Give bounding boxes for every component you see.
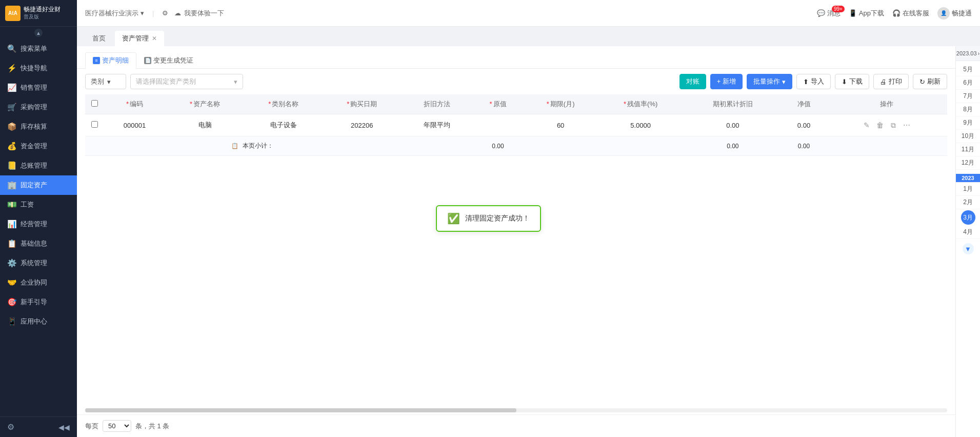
tab-home-label: 首页 [92,34,106,43]
gear-icon[interactable]: ⚙ [162,9,168,17]
tab-close-icon[interactable]: ✕ [152,35,157,42]
cloud-icon: ☁ [174,9,181,17]
row-depreciation: 年限平均 [401,114,472,136]
import-button[interactable]: ⬆ 导入 [796,74,831,89]
calendar-month-12[interactable]: 12月 [956,156,980,170]
batch-ops-button[interactable]: 批量操作 ▾ [747,74,792,89]
app-download-btn[interactable]: 📱 App下载 [849,9,884,18]
download-button[interactable]: ⬇ 下载 [835,74,869,89]
col-initial-accumulated: 期初累计折旧 [684,94,782,114]
calendar-scroll-down[interactable]: ▼ [956,241,980,256]
col-original-value: *原值 [472,94,524,114]
sub-tab-change-voucher-label: 变更生成凭证 [153,56,193,65]
table-scroll-bar[interactable] [77,406,955,414]
sidebar-item-enterprise[interactable]: 🤝 企业协同 [0,273,77,292]
guide-icon: 🎯 [7,297,16,307]
calendar-month-1[interactable]: 1月 [956,183,980,196]
reconcile-button[interactable]: 对账 [679,74,706,89]
sidebar-item-guide[interactable]: 🎯 新手引导 [0,292,77,312]
tab-asset-management[interactable]: 资产管理 ✕ [115,31,164,46]
print-button[interactable]: 🖨 打印 [873,74,909,89]
calendar-month-9[interactable]: 9月 [956,116,980,130]
calendar-month-8[interactable]: 8月 [956,103,980,116]
import-icon: ⬆ [803,78,809,86]
username: 畅捷通 [952,9,972,18]
row-checkbox[interactable] [85,114,104,136]
logo-text: 畅捷通好业财 [24,6,61,13]
sidebar-item-app-center[interactable]: 📱 应用中心 [0,312,77,331]
app-center-icon: 📱 [7,317,16,326]
sidebar-item-label: 资金管理 [21,142,47,151]
user-menu[interactable]: 👤 畅捷通 [937,7,972,19]
sidebar-item-label: 应用中心 [21,317,47,326]
company-selector[interactable]: 医疗器械行业演示 ▾ [85,9,144,18]
edit-icon[interactable]: ✎ [861,120,872,131]
sales-icon: 📈 [7,83,16,92]
row-select-checkbox[interactable] [91,121,98,128]
sidebar-scroll-up[interactable]: ▲ [34,29,43,37]
calendar-month-2[interactable]: 2月 [956,196,980,209]
sidebar-item-label: 新手引导 [21,297,47,307]
more-icon[interactable]: ⋯ [901,120,912,131]
tab-home[interactable]: 首页 [85,31,113,46]
chevron-icon[interactable]: › [978,50,980,56]
sidebar-item-system[interactable]: ⚙️ 系统管理 [0,253,77,273]
sidebar-item-search[interactable]: 🔍 搜索菜单 [0,39,77,58]
category-input[interactable]: 请选择固定资产类别 ▾ [130,74,243,89]
sidebar: AtA 畅捷通好业财 普及版 ▲ 🔍 搜索菜单 ⚡ 快捷导航 📈 销售管理 🛒 … [0,0,77,437]
calendar-body: 5月 6月 7月 8月 9月 10月 11月 12月 2023 1月 2月 3月 [956,61,980,437]
sidebar-item-purchase[interactable]: 🛒 采购管理 [0,97,77,117]
print-label: 打印 [889,77,902,86]
capital-icon: 💰 [7,142,16,151]
subtotal-period [524,136,597,156]
select-all-checkbox[interactable] [91,100,98,107]
dropdown-arrow-icon: ▾ [234,78,237,86]
badge-count: 99+ [832,6,845,12]
per-page-select[interactable]: 50 100 200 [103,420,131,432]
refresh-button[interactable]: ↻ 刷新 [913,74,947,89]
sub-tab-change-voucher[interactable]: 📄 变更生成凭证 [136,52,201,69]
calendar-month-11[interactable]: 11月 [956,143,980,156]
subtotal-net: 0.00 [782,136,826,156]
sidebar-item-sales[interactable]: 📈 销售管理 [0,78,77,97]
sidebar-item-label: 工资 [21,200,34,209]
calendar-down-icon[interactable]: ▼ [963,243,974,254]
sidebar-item-capital[interactable]: 💰 资金管理 [0,136,77,156]
settings-icon[interactable]: ⚙ [7,422,14,432]
messages-btn[interactable]: 💬 消息 99+ [817,9,841,18]
checkbox-header[interactable] [85,94,104,114]
sidebar-item-payroll[interactable]: 💵 工资 [0,195,77,214]
chevron-down-icon: ▾ [141,9,144,17]
calendar-month-5[interactable]: 5月 [956,63,980,76]
new-button[interactable]: + 新增 [710,74,743,89]
category-filter[interactable]: 类别 ▾ [85,74,126,89]
scroll-thumb[interactable] [85,408,516,412]
delete-icon[interactable]: 🗑 [874,120,886,131]
experience-btn[interactable]: ☁ 我要体验一下 [174,9,224,18]
toolbar-right: 对账 + 新增 批量操作 ▾ ⬆ 导入 ⬇ 下载 [679,74,947,89]
sidebar-collapse-btn[interactable]: ◀◀ [58,423,70,431]
sidebar-item-quick-nav[interactable]: ⚡ 快捷导航 [0,58,77,78]
batch-ops-label: 批量操作 [753,77,780,86]
calendar-month-6[interactable]: 6月 [956,76,980,90]
subtotal-residual [597,136,684,156]
sidebar-item-operations[interactable]: 📊 经营管理 [0,214,77,234]
year-label[interactable]: 2023 [956,174,980,183]
calendar-month-10[interactable]: 10月 [956,130,980,143]
new-label: + 新增 [717,77,736,86]
online-service-btn[interactable]: 🎧 在线客服 [892,9,929,18]
sub-tab-asset-detail[interactable]: ≡ 资产明细 [85,52,136,69]
sidebar-item-label: 固定资产 [21,181,47,190]
calendar-month-3-current[interactable]: 3月 [961,210,975,225]
prev-year-months: 5月 6月 7月 8月 9月 10月 11月 12月 [956,61,980,172]
system-icon: ⚙️ [7,259,16,268]
sidebar-item-basic-info[interactable]: 📋 基础信息 [0,234,77,253]
logo-sub: 普及版 [24,13,61,21]
table-row: 000001 电脑 电子设备 202206 年限平均 60 5.0000 0.0… [85,114,947,136]
copy-icon[interactable]: ⧉ [888,120,899,131]
sidebar-item-inventory[interactable]: 📦 库存核算 [0,117,77,136]
sidebar-item-ledger[interactable]: 📒 总账管理 [0,156,77,175]
calendar-month-7[interactable]: 7月 [956,90,980,103]
sidebar-item-fixed-assets[interactable]: 🏢 固定资产 [0,175,77,195]
calendar-month-4[interactable]: 4月 [956,226,980,239]
